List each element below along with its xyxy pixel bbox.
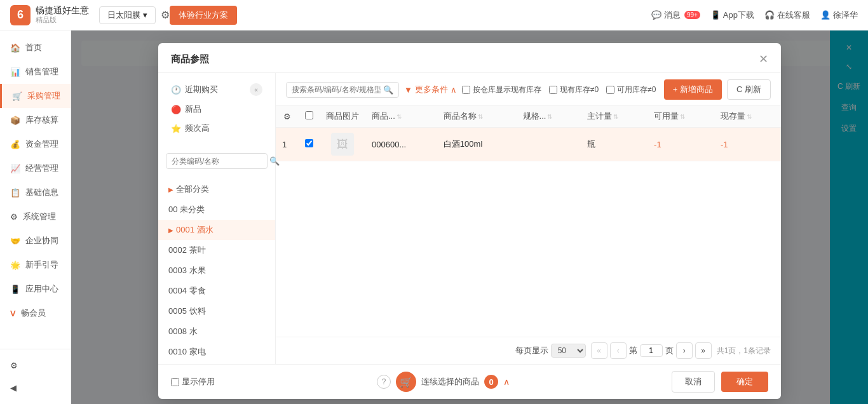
select-all-checkbox[interactable]: [305, 111, 313, 119]
recent-purchase-btn[interactable]: 🕐 近期购买 «: [166, 79, 268, 100]
checkbox-available-nonzero[interactable]: 可用库存≠0: [606, 84, 656, 95]
page-label: 第: [629, 345, 637, 356]
checkbox-warehouse-label: 按仓库显示现有库存: [473, 84, 541, 95]
pagination-bar: 每页显示 10 20 50 100 « ‹: [276, 337, 781, 364]
sidebar-item-finance[interactable]: 💰 资金管理: [0, 132, 71, 156]
th-settings[interactable]: ⚙: [276, 105, 299, 128]
modal-overlay: 商品参照 ✕ 🕐 近期购买 «: [71, 30, 868, 404]
confirm-btn[interactable]: 确定: [721, 372, 768, 392]
category-search-input[interactable]: [172, 157, 267, 166]
apps-icon: 📱: [10, 285, 20, 294]
cart-collapse-btn[interactable]: ∧: [503, 377, 510, 387]
sidebar-item-apps[interactable]: 📱 应用中心: [0, 277, 71, 301]
last-page-btn[interactable]: »: [695, 342, 712, 359]
exp-btn[interactable]: 体验行业方案: [170, 6, 237, 25]
cat-all[interactable]: ▶ 全部分类: [158, 179, 275, 199]
th-product-name[interactable]: 商品名称 ⇅: [437, 105, 517, 128]
sidebar-label-home: 首页: [25, 42, 42, 53]
th-unit[interactable]: 主计量 ⇅: [581, 105, 648, 128]
sidebar-item-sales[interactable]: 📊 销售管理: [0, 60, 71, 84]
service-label: 在线客服: [777, 10, 810, 21]
cancel-btn[interactable]: 取消: [672, 371, 715, 393]
messages-btn[interactable]: 💬 消息 99+: [651, 10, 700, 21]
user-menu[interactable]: 👤 徐泽华: [820, 10, 858, 21]
th-select-all[interactable]: [299, 105, 320, 128]
clock-icon: 🕐: [171, 85, 181, 95]
cart-btn[interactable]: 🛒: [396, 372, 416, 392]
modal-close-btn[interactable]: ✕: [759, 52, 768, 66]
checkbox-available-input[interactable]: [606, 86, 614, 94]
product-modal: 商品参照 ✕ 🕐 近期购买 «: [158, 43, 781, 399]
sidebar-item-home[interactable]: 🏠 首页: [0, 36, 71, 60]
modal-body: 🕐 近期购买 « 🔴 新品 ⭐ 频次高: [158, 73, 781, 364]
cat-0003[interactable]: 0003 水果: [158, 260, 275, 281]
td-checkbox[interactable]: [299, 128, 320, 161]
sidebar-item-biz[interactable]: 📈 经营管理: [0, 156, 71, 180]
frequent-btn[interactable]: ⭐ 频次高: [166, 119, 268, 138]
filter-btn[interactable]: ▼ 更多条件 ∧: [404, 84, 457, 95]
page-input[interactable]: [640, 344, 663, 357]
cat-0008[interactable]: 0008 水: [158, 321, 275, 342]
modal-header: 商品参照 ✕: [158, 43, 781, 73]
first-page-btn[interactable]: «: [591, 342, 607, 359]
cat-0002[interactable]: 0002 茶叶: [158, 240, 275, 260]
sidebar-label-guide: 新手引导: [25, 259, 58, 271]
star-icon: ⭐: [171, 124, 181, 133]
sidebar-collapse-btn[interactable]: ◀: [0, 377, 71, 399]
sidebar-label-collab: 企业协同: [25, 235, 58, 246]
sidebar-item-vip[interactable]: V 畅会员: [0, 301, 71, 325]
add-product-btn[interactable]: + 新增商品: [664, 79, 722, 100]
sidebar-label-inventory: 库存核算: [25, 114, 58, 126]
cat-0001[interactable]: ▶ 0001 酒水: [158, 220, 275, 240]
sort-unit-icon: ⇅: [613, 113, 618, 120]
per-page-select[interactable]: 10 20 50 100: [551, 344, 586, 358]
home-icon: 🏠: [10, 43, 20, 53]
sort-avail-icon: ⇅: [680, 113, 685, 120]
sidebar-settings-btn[interactable]: ⚙: [0, 354, 71, 377]
prev-page-btn[interactable]: ‹: [610, 342, 627, 359]
show-disabled-input[interactable]: [171, 378, 179, 386]
panel-collapse-btn[interactable]: «: [250, 83, 262, 96]
cart-count: 0: [484, 375, 498, 389]
branch-selector[interactable]: 日太阳膜 ▾: [99, 6, 156, 24]
cat-0010[interactable]: 0010 家电: [158, 342, 275, 362]
modal-footer: 显示停用 ? 🛒 连续选择的商品 0 ∧ 取消 确定: [158, 364, 781, 399]
settings-icon[interactable]: ⚙: [161, 9, 170, 21]
cat-0005[interactable]: 0005 饮料: [158, 301, 275, 321]
refresh-btn[interactable]: C 刷新: [727, 79, 771, 100]
logo-title: 畅捷通好生意: [36, 5, 89, 16]
checkbox-stock-nonzero[interactable]: 现有库存≠0: [549, 84, 599, 95]
th-spec[interactable]: 规格... ⇅: [517, 105, 581, 128]
sidebar-item-base[interactable]: 📋 基础信息: [0, 180, 71, 205]
checkbox-warehouse-input[interactable]: [462, 86, 470, 94]
th-available[interactable]: 可用量 ⇅: [648, 105, 714, 128]
sort-name-icon: ⇅: [478, 113, 483, 120]
online-service-btn[interactable]: 🎧 在线客服: [764, 10, 810, 21]
checkbox-stock-input[interactable]: [549, 86, 557, 94]
cat-0004[interactable]: 0004 零食: [158, 281, 275, 301]
app-download-btn[interactable]: 📱 App下载: [710, 10, 754, 21]
new-product-btn[interactable]: 🔴 新品: [166, 100, 268, 119]
cat-00[interactable]: 00 未分类: [158, 199, 275, 220]
sidebar-item-collab[interactable]: 🤝 企业协同: [0, 229, 71, 253]
sidebar-item-purchase[interactable]: 🛒 采购管理: [0, 84, 71, 108]
recent-purchase-label: 近期购买: [185, 84, 218, 95]
row-checkbox[interactable]: [305, 139, 313, 147]
table-row[interactable]: 1 🖼 000600... 白酒100ml: [276, 128, 781, 161]
help-icon[interactable]: ?: [377, 375, 391, 389]
sidebar-item-guide[interactable]: 🌟 新手引导: [0, 253, 71, 277]
th-product-code[interactable]: 商品... ⇅: [365, 105, 437, 128]
modal-title: 商品参照: [171, 53, 209, 65]
th-stock[interactable]: 现存量 ⇅: [714, 105, 781, 128]
product-search-input[interactable]: [292, 85, 381, 94]
sidebar-item-system[interactable]: ⚙ 系统管理: [0, 205, 71, 229]
main-layout: 🏠 首页 📊 销售管理 🛒 采购管理 📦 库存核算 💰 资金管理 📈 经营管理 …: [0, 30, 868, 404]
cat-00-label: 00 未分类: [168, 204, 205, 215]
next-page-btn[interactable]: ›: [676, 342, 693, 359]
sidebar-item-inventory[interactable]: 📦 库存核算: [0, 108, 71, 132]
recent-section: 🕐 近期购买 « 🔴 新品 ⭐ 频次高: [158, 79, 275, 143]
product-search-icon[interactable]: 🔍: [383, 85, 393, 95]
checkbox-warehouse[interactable]: 按仓库显示现有库存: [462, 84, 541, 95]
nav-right: 💬 消息 99+ 📱 App下载 🎧 在线客服 👤 徐泽华: [651, 10, 858, 21]
show-disabled-checkbox[interactable]: 显示停用: [171, 376, 215, 387]
